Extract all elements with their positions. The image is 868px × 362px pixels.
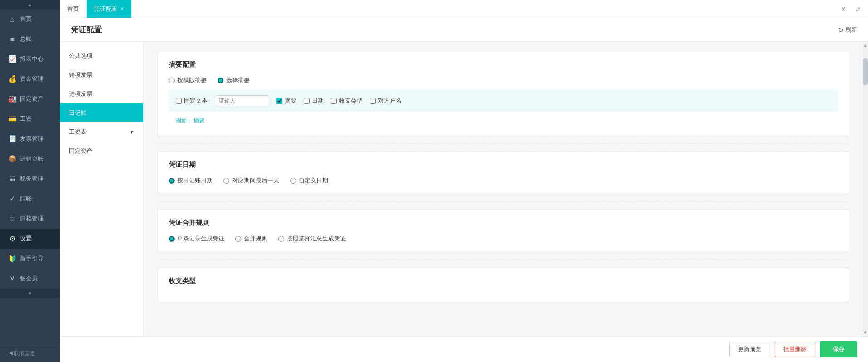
close-window-button[interactable]: ✕	[838, 4, 849, 15]
checkbox-fixed-text[interactable]: 固定文本	[176, 97, 208, 105]
archive-icon: 🗂	[8, 215, 16, 223]
date-radio-journal-input[interactable]	[169, 178, 175, 184]
checkbox-income-type-input[interactable]	[331, 98, 337, 104]
sidebar-item-label: 畅会员	[20, 274, 38, 283]
date-radio-custom-input[interactable]	[290, 178, 296, 184]
sidebar-scroll-up[interactable]: ▲	[0, 0, 60, 9]
refresh-icon: ↻	[838, 26, 844, 34]
sidebar-item-label: 报表中心	[20, 55, 44, 63]
tab-close-icon[interactable]: ✕	[120, 6, 124, 12]
summary-radio-group: 按模版摘要 选择摘要	[169, 76, 838, 84]
date-radio-last-day[interactable]: 对应期间最后一天	[223, 176, 279, 185]
sidebar-item-label: 工资	[20, 115, 32, 123]
date-radio-journal[interactable]: 按日记账日期	[169, 176, 213, 185]
sidebar-item-reports[interactable]: 📈 报表中心	[0, 49, 60, 69]
reports-icon: 📈	[8, 55, 16, 63]
sidebar-item-label: 进销台账	[20, 155, 44, 163]
sidebar-item-assets[interactable]: 🏭 固定资产	[0, 89, 60, 109]
sidebar-item-label: 总账	[20, 35, 32, 43]
ledger-icon: ≡	[8, 35, 16, 43]
summary-section: 摘要配置 按模版摘要 选择摘要	[157, 51, 849, 136]
tab-home[interactable]: 首页	[60, 0, 87, 18]
sidebar-item-settings[interactable]: ⚙ 设置	[0, 229, 60, 249]
merge-title: 凭证合并规则	[169, 219, 838, 227]
stock-icon: 📦	[8, 155, 16, 163]
close-accounts-icon: ✓	[8, 195, 16, 203]
sidebar-item-close[interactable]: ✓ 结账	[0, 189, 60, 209]
summary-radio-select-input[interactable]	[218, 78, 223, 83]
sidebar-item-label: 资金管理	[20, 75, 44, 83]
merge-radio-single-input[interactable]	[169, 236, 175, 242]
sidebar-item-invoice[interactable]: 🧾 发票管理	[0, 129, 60, 149]
fixed-text-input[interactable]	[215, 95, 269, 106]
batch-delete-button[interactable]: 批量删除	[775, 342, 815, 357]
assets-icon: 🏭	[8, 95, 16, 103]
sidebar-item-tax[interactable]: 🏛 税务管理	[0, 169, 60, 189]
merge-radio-summary-input[interactable]	[278, 236, 284, 242]
left-nav-fixed-assets[interactable]: 固定资产	[60, 142, 143, 161]
update-preview-button[interactable]: 更新预览	[729, 342, 770, 357]
salary-icon: 💳	[8, 115, 16, 123]
summary-radio-template-input[interactable]	[169, 78, 175, 83]
sidebar-unpin-button[interactable]: ◀取消固定	[0, 345, 60, 362]
sidebar-item-label: 税务管理	[20, 175, 44, 183]
sidebar-item-archive[interactable]: 🗂 归档管理	[0, 209, 60, 229]
date-title: 凭证日期	[169, 161, 838, 169]
sidebar-item-ledger[interactable]: ≡ 总账	[0, 29, 60, 49]
checkbox-summary[interactable]: 摘要	[276, 97, 296, 105]
summary-radio-select[interactable]: 选择摘要	[218, 76, 250, 84]
income-section: 收支类型	[157, 267, 849, 302]
checkbox-income-type[interactable]: 收支类型	[331, 97, 363, 105]
sidebar: ▲ ⌂ 首页 ≡ 总账 📈 报表中心 💰 资金管理 🏭 固定资产 💳 工资 🧾 …	[0, 0, 60, 362]
merge-radio-merge[interactable]: 合并规则	[235, 235, 267, 243]
sidebar-item-label: 设置	[20, 235, 32, 243]
checkbox-date-input[interactable]	[304, 98, 310, 104]
invoice-icon: 🧾	[8, 135, 16, 143]
tab-voucher[interactable]: 凭证配置 ✕	[87, 0, 132, 18]
scroll-down-arrow[interactable]: ▼	[863, 329, 868, 336]
restore-window-button[interactable]: ⤢	[853, 4, 863, 15]
checkbox-summary-input[interactable]	[276, 98, 282, 104]
left-nav-common[interactable]: 公共选项	[60, 46, 143, 65]
scrollbar-thumb[interactable]	[863, 58, 868, 85]
bottom-bar: 更新预览 批量删除 保存	[60, 336, 868, 362]
date-radio-last-day-input[interactable]	[223, 178, 229, 184]
checkbox-date[interactable]: 日期	[304, 97, 324, 105]
content-layout: 公共选项 销项发票 进项发票 日记账 工资表 ▼ 固定资产	[60, 42, 868, 336]
left-nav-sales[interactable]: 销项发票	[60, 65, 143, 84]
sidebar-item-funds[interactable]: 💰 资金管理	[0, 69, 60, 89]
merge-radio-summary[interactable]: 按照选择汇总生成凭证	[278, 235, 346, 243]
left-nav: 公共选项 销项发票 进项发票 日记账 工资表 ▼ 固定资产	[60, 42, 144, 336]
sidebar-item-salary[interactable]: 💳 工资	[0, 109, 60, 129]
chevron-down-icon: ▼	[129, 129, 134, 135]
member-icon: V	[8, 275, 16, 282]
checkbox-fixed-text-input[interactable]	[176, 98, 182, 104]
income-title: 收支类型	[169, 277, 838, 285]
sidebar-item-member[interactable]: V 畅会员	[0, 269, 60, 289]
summary-radio-template[interactable]: 按模版摘要	[169, 76, 207, 84]
sidebar-item-label: 发票管理	[20, 135, 44, 143]
left-nav-journal[interactable]: 日记账	[60, 103, 143, 122]
save-button[interactable]: 保存	[820, 341, 857, 357]
sidebar-item-guide[interactable]: 🔰 新手引导	[0, 249, 60, 269]
global-scrollbar[interactable]: ▲ ▼	[863, 42, 868, 336]
tab-bar: 首页 凭证配置 ✕ ✕ ⤢	[60, 0, 868, 18]
merge-radio-merge-input[interactable]	[235, 236, 241, 242]
sidebar-item-home[interactable]: ⌂ 首页	[0, 9, 60, 29]
checkbox-counterparty[interactable]: 对方户名	[370, 97, 402, 105]
checkbox-counterparty-input[interactable]	[370, 98, 376, 104]
refresh-button[interactable]: ↻ 刷新	[838, 26, 857, 34]
sidebar-scroll-down[interactable]: ▼	[0, 289, 60, 298]
scroll-up-arrow[interactable]: ▲	[863, 42, 868, 49]
date-section: 凭证日期 按日记账日期 对应期间最后一天	[157, 151, 849, 194]
example-text: 例如： 摘要	[169, 115, 838, 127]
left-nav-purchase[interactable]: 进项发票	[60, 84, 143, 103]
merge-radio-single[interactable]: 单条记录生成凭证	[169, 235, 224, 243]
tax-icon: 🏛	[8, 175, 16, 183]
page-header: 凭证配置 ↻ 刷新	[60, 18, 868, 42]
sidebar-item-stock[interactable]: 📦 进销台账	[0, 149, 60, 169]
right-content: 摘要配置 按模版摘要 选择摘要	[144, 42, 863, 336]
date-radio-custom[interactable]: 自定义日期	[290, 176, 328, 185]
refresh-label: 刷新	[845, 26, 857, 34]
left-nav-payroll[interactable]: 工资表 ▼	[60, 122, 143, 142]
